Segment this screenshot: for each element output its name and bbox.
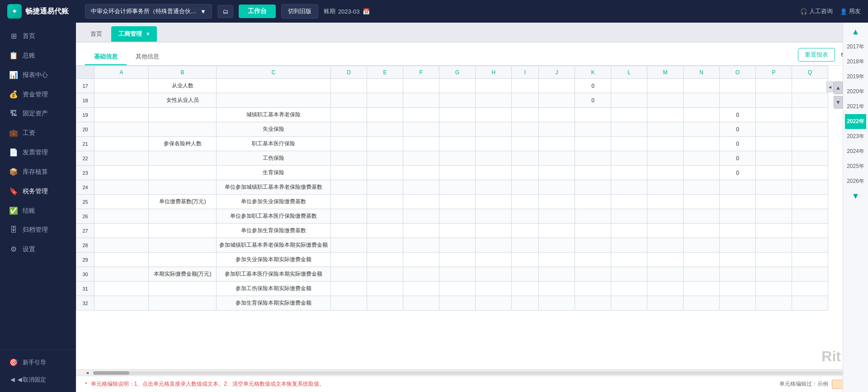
cell-25-L[interactable] (611, 195, 647, 209)
cell-24-I[interactable] (512, 180, 539, 195)
cell-25-P[interactable] (756, 195, 792, 209)
cell-17-I[interactable] (512, 79, 539, 93)
cell-24-B[interactable] (149, 180, 217, 195)
cell-17-K[interactable]: 0 (575, 79, 611, 93)
cell-28-J[interactable] (539, 238, 575, 253)
cell-27-I[interactable] (512, 224, 539, 238)
cell-18-F[interactable] (403, 93, 439, 108)
cell-20-D[interactable] (331, 122, 367, 137)
cell-28-F[interactable] (403, 238, 439, 253)
cell-26-P[interactable] (756, 209, 792, 224)
cell-23-D[interactable] (331, 166, 367, 180)
cell-18-B[interactable]: 女性从业人员 (149, 93, 217, 108)
cell-22-D[interactable] (331, 151, 367, 166)
cell-19-D[interactable] (331, 108, 367, 122)
cell-22-I[interactable] (512, 151, 539, 166)
cell-24-L[interactable] (611, 180, 647, 195)
cell-21-E[interactable] (367, 137, 403, 151)
cell-25-N[interactable] (684, 195, 720, 209)
cell-19-N[interactable] (684, 108, 720, 122)
cell-27-P[interactable] (756, 224, 792, 238)
cell-18-K[interactable]: 0 (575, 93, 611, 108)
cell-26-C[interactable]: 单位参加职工基本医疗保险缴费基数 (217, 209, 331, 224)
company-selector[interactable]: 中审众环会计师事务所（特殊普通合伙… ▼ (85, 4, 212, 19)
tab-home[interactable]: 首页 (83, 26, 109, 42)
sheet-wrapper[interactable]: ABCDEFGHIJKLMNOPQ 17从业人数018女性从业人员019城镇职工… (76, 66, 868, 369)
cell-30-J[interactable] (539, 267, 575, 282)
cell-29-P[interactable] (756, 253, 792, 267)
cell-21-L[interactable] (611, 137, 647, 151)
cell-32-C[interactable]: 参加生育保险本期实际缴费金额 (217, 296, 331, 311)
cell-29-A[interactable] (94, 253, 149, 267)
cell-32-D[interactable] (331, 296, 367, 311)
sidebar-item-home[interactable]: ⊞ 首页 (0, 26, 76, 46)
cell-26-G[interactable] (439, 209, 476, 224)
cell-29-N[interactable] (684, 253, 720, 267)
cell-22-L[interactable] (611, 151, 647, 166)
collapse-up-btn[interactable]: ▲ (834, 81, 843, 94)
panel-expand-btn[interactable]: ◄ (826, 81, 834, 92)
sidebar-item-tax[interactable]: 🔖 税务管理 (0, 182, 76, 201)
sidebar-item-guide[interactable]: 🎯 新手引导 (0, 354, 76, 371)
sidebar-item-reports[interactable]: 📊 报表中心 (0, 65, 76, 85)
cell-30-M[interactable] (647, 267, 684, 282)
cell-30-I[interactable] (512, 267, 539, 282)
year-item-2024年[interactable]: 2024年 (845, 144, 866, 159)
cell-17-J[interactable] (539, 79, 575, 93)
sidebar-item-inventory[interactable]: 📦 库存核算 (0, 162, 76, 182)
cell-19-A[interactable] (94, 108, 149, 122)
cell-29-H[interactable] (476, 253, 512, 267)
cell-26-I[interactable] (512, 209, 539, 224)
cell-30-B[interactable]: 本期实际缴费金额(万元) (149, 267, 217, 282)
cell-32-G[interactable] (439, 296, 476, 311)
cell-31-Q[interactable] (792, 282, 828, 296)
cell-29-C[interactable]: 参加失业保险本期实际缴费金额 (217, 253, 331, 267)
cell-19-G[interactable] (439, 108, 476, 122)
cell-21-K[interactable] (575, 137, 611, 151)
cell-17-N[interactable] (684, 79, 720, 93)
cell-27-D[interactable] (331, 224, 367, 238)
cell-32-K[interactable] (575, 296, 611, 311)
cell-17-B[interactable]: 从业人数 (149, 79, 217, 93)
cell-26-H[interactable] (476, 209, 512, 224)
cell-17-F[interactable] (403, 79, 439, 93)
cell-19-J[interactable] (539, 108, 575, 122)
cell-26-D[interactable] (331, 209, 367, 224)
cell-23-B[interactable] (149, 166, 217, 180)
scroll-thumb[interactable] (93, 371, 129, 375)
cell-20-M[interactable] (647, 122, 684, 137)
cell-20-J[interactable] (539, 122, 575, 137)
cell-24-P[interactable] (756, 180, 792, 195)
cell-25-F[interactable] (403, 195, 439, 209)
cell-25-O[interactable] (720, 195, 756, 209)
collapse-down-btn[interactable]: ▼ (834, 96, 843, 109)
cell-32-L[interactable] (611, 296, 647, 311)
cell-31-O[interactable] (720, 282, 756, 296)
cell-27-M[interactable] (647, 224, 684, 238)
cell-27-J[interactable] (539, 224, 575, 238)
cell-23-O[interactable]: 0 (720, 166, 756, 180)
cell-23-F[interactable] (403, 166, 439, 180)
cell-20-O[interactable]: 0 (720, 122, 756, 137)
cell-29-G[interactable] (439, 253, 476, 267)
cell-28-K[interactable] (575, 238, 611, 253)
cell-17-L[interactable] (611, 79, 647, 93)
cell-28-E[interactable] (367, 238, 403, 253)
cell-17-E[interactable] (367, 79, 403, 93)
cell-20-P[interactable] (756, 122, 792, 137)
cell-18-Q[interactable] (792, 93, 828, 108)
cell-21-Q[interactable] (792, 137, 828, 151)
cell-22-N[interactable] (684, 151, 720, 166)
cell-32-J[interactable] (539, 296, 575, 311)
cell-25-I[interactable] (512, 195, 539, 209)
cell-18-H[interactable] (476, 93, 512, 108)
cell-28-C[interactable]: 参加城镇职工基本养老保险本期实际缴费金额 (217, 238, 331, 253)
cell-21-G[interactable] (439, 137, 476, 151)
cell-27-O[interactable] (720, 224, 756, 238)
cell-23-I[interactable] (512, 166, 539, 180)
cell-23-P[interactable] (756, 166, 792, 180)
cell-23-A[interactable] (94, 166, 149, 180)
cell-20-A[interactable] (94, 122, 149, 137)
year-item-2017年[interactable]: 2017年 (845, 39, 866, 54)
cell-22-O[interactable]: 0 (720, 151, 756, 166)
